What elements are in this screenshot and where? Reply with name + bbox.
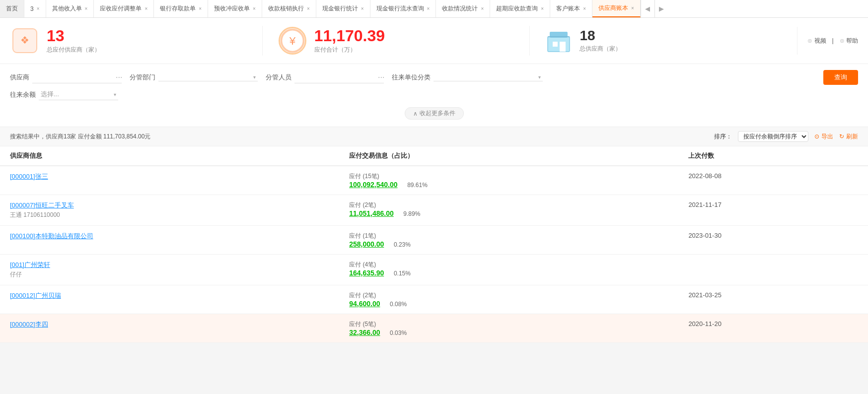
nav-tab-other-income[interactable]: 其他收入单 × xyxy=(46,0,94,17)
results-bar: 搜索结果中，供应商13家 应付金额 111,703,854.00元 排序： 按应… xyxy=(0,127,868,146)
unit-class-select[interactable]: ▾ xyxy=(434,73,543,81)
supplier-info-6: [000002]李四 xyxy=(10,320,349,330)
tx-percent-5: 0.08% xyxy=(390,301,407,308)
help-link[interactable]: ⊙ 帮助 xyxy=(840,37,858,45)
table-row: [000002]李四 应付 (5笔) 32,366.00 0.03% 2020-… xyxy=(0,314,868,343)
col-header-transaction: 应付交易信息（占比） xyxy=(349,151,688,160)
tx-amount-1[interactable]: 100,092,540.00 xyxy=(349,181,397,189)
transaction-info-6: 应付 (5笔) 32,366.00 0.03% xyxy=(349,320,688,336)
close-tab-customer-account-icon[interactable]: × xyxy=(583,6,586,11)
tx-amount-6[interactable]: 32,366.00 xyxy=(349,328,380,336)
supplier-link-3[interactable]: [000100]本特勤油品有限公司 xyxy=(10,232,349,241)
tx-label-6: 应付 (5笔) xyxy=(349,321,376,328)
transaction-info-4: 应付 (4笔) 164,635.90 0.15% xyxy=(349,261,688,277)
balance-select[interactable]: 选择... ▾ xyxy=(39,89,118,100)
ap-suppliers-label: 总应付供应商（家） xyxy=(47,46,100,54)
nav-tab-3[interactable]: 3 × xyxy=(24,0,46,17)
close-tab-cash-bank-stat-icon[interactable]: × xyxy=(361,6,364,11)
summary-card-ap-suppliers: ❖ 13 总应付供应商（家） xyxy=(10,26,263,56)
transaction-info-1: 应付 (15笔) 100,092,540.00 89.61% xyxy=(349,172,688,189)
supplier-info-4: [001]广州荣轩 仔仔 xyxy=(10,261,349,279)
close-tab-other-income-icon[interactable]: × xyxy=(85,6,88,11)
refresh-button[interactable]: ↻ 刷新 xyxy=(839,132,858,141)
supplier-link-5[interactable]: [000012]广州贝瑞 xyxy=(10,291,349,300)
tx-amount-3[interactable]: 258,000.00 xyxy=(349,240,384,248)
filter-unit-class: 往来单位分类 ▾ xyxy=(392,73,543,82)
unit-class-dropdown-icon: ▾ xyxy=(538,74,541,80)
svg-rect-7 xyxy=(560,42,566,52)
supplier-link-2[interactable]: [000007]恒旺二手叉车 xyxy=(10,201,349,210)
table-row: [001]广州荣轩 仔仔 应付 (4笔) 164,635.90 0.15% xyxy=(0,255,868,285)
person-label: 分管人员 xyxy=(266,73,291,82)
tx-label-3: 应付 (1笔) xyxy=(349,232,376,239)
tx-amount-4[interactable]: 164,635.90 xyxy=(349,269,384,277)
supplier-dots-icon[interactable]: ··· xyxy=(116,73,122,82)
nav-tab-ap-adjust[interactable]: 应收应付调整单 × xyxy=(94,0,154,17)
search-button[interactable]: 查询 xyxy=(823,70,858,85)
sort-select[interactable]: 按应付余额倒序排序 xyxy=(738,131,808,142)
person-input[interactable] xyxy=(296,73,376,81)
tx-percent-2: 9.89% xyxy=(403,210,420,217)
tx-percent-6: 0.03% xyxy=(390,329,407,336)
link-divider: | xyxy=(832,37,834,44)
dept-dropdown-icon: ▾ xyxy=(253,74,256,80)
nav-tab-home[interactable]: 首页 xyxy=(0,0,24,17)
nav-tab-bank-deposit[interactable]: 银行存取款单 × xyxy=(154,0,208,17)
nav-tab-overdue-collection[interactable]: 超期应收款查询 × xyxy=(490,0,550,17)
export-button[interactable]: ⊙ 导出 xyxy=(814,132,833,141)
last-payment-6: 2020-11-20 xyxy=(688,320,858,328)
tx-percent-3: 0.23% xyxy=(394,241,411,248)
close-tab-bank-deposit-icon[interactable]: × xyxy=(199,6,202,11)
transaction-info-5: 应付 (2笔) 94,600.00 0.08% xyxy=(349,291,688,308)
tx-amount-2[interactable]: 11,051,486.00 xyxy=(349,209,394,217)
table-row: [000100]本特勤油品有限公司 应付 (1笔) 258,000.00 0.2… xyxy=(0,226,868,255)
store-icon xyxy=(545,27,573,55)
supplier-info-2: [000007]恒旺二手叉车 王通 17106110000 xyxy=(10,201,349,219)
close-tab-supplier-account-icon[interactable]: × xyxy=(631,5,634,11)
supplier-sub-4: 仔仔 xyxy=(10,270,349,279)
dept-label: 分管部门 xyxy=(130,73,155,82)
video-link[interactable]: ⊙ 视频 xyxy=(807,37,826,45)
nav-tab-advance-collection[interactable]: 预收冲应收单 × xyxy=(208,0,262,17)
nav-tab-customer-account[interactable]: 客户账本 × xyxy=(550,0,592,17)
results-actions: 排序： 按应付余额倒序排序 ⊙ 导出 ↻ 刷新 xyxy=(714,131,858,142)
nav-arrow-right[interactable]: ▶ xyxy=(654,0,668,18)
filter-row-2: 往来余额 选择... ▾ xyxy=(10,89,858,100)
close-tab-ap-adjust-icon[interactable]: × xyxy=(145,6,147,11)
collapse-button[interactable]: ∧ 收起更多条件 xyxy=(405,107,464,120)
summary-text-ap-amount: 11,170.39 应付合计（万） xyxy=(314,28,385,54)
total-suppliers-label: 总供应商（家） xyxy=(579,45,621,53)
supplier-info-5: [000012]广州贝瑞 xyxy=(10,291,349,301)
svg-rect-6 xyxy=(553,42,558,47)
video-icon: ⊙ xyxy=(807,37,812,44)
close-tab-advance-collection-icon[interactable]: × xyxy=(253,6,256,11)
close-tab-3-icon[interactable]: × xyxy=(37,6,40,11)
help-icon: ⊙ xyxy=(840,37,845,44)
summary-text-ap-suppliers: 13 总应付供应商（家） xyxy=(47,28,100,54)
tx-amount-5[interactable]: 94,600.00 xyxy=(349,300,380,308)
nav-tab-collection-stat[interactable]: 收款情况统计 × xyxy=(436,0,490,17)
nav-tab-collection-review[interactable]: 收款核销执行 × xyxy=(262,0,316,17)
supplier-link-4[interactable]: [001]广州荣轩 xyxy=(10,261,349,269)
filter-row-1: 供应商 ··· 分管部门 ▾ 分管人员 ··· 往来单位分类 xyxy=(10,70,858,85)
filter-area: 供应商 ··· 分管部门 ▾ 分管人员 ··· 往来单位分类 xyxy=(0,64,868,127)
top-navigation: 首页 3 × 其他收入单 × 应收应付调整单 × 银行存取款单 × 预收冲应收单… xyxy=(0,0,868,18)
close-tab-collection-stat-icon[interactable]: × xyxy=(481,6,484,11)
ap-suppliers-icon: ❖ xyxy=(10,26,40,56)
tx-label-2: 应付 (2笔) xyxy=(349,201,376,208)
table-row: [000007]恒旺二手叉车 王通 17106110000 应付 (2笔) 11… xyxy=(0,195,868,226)
supplier-link-1[interactable]: [000001]张三 xyxy=(10,172,349,181)
dept-select[interactable]: ▾ xyxy=(158,73,258,81)
close-tab-collection-review-icon[interactable]: × xyxy=(307,6,310,11)
person-dots-icon[interactable]: ··· xyxy=(378,73,384,82)
close-tab-overdue-collection-icon[interactable]: × xyxy=(541,6,544,11)
close-tab-cash-bank-flow-icon[interactable]: × xyxy=(427,6,430,11)
supplier-link-6[interactable]: [000002]李四 xyxy=(10,320,349,329)
supplier-input[interactable] xyxy=(34,73,114,81)
tx-label-1: 应付 (15笔) xyxy=(349,173,379,180)
nav-tab-supplier-account[interactable]: 供应商账本 × xyxy=(592,0,641,17)
nav-tab-cash-bank-flow[interactable]: 现金银行流水查询 × xyxy=(370,0,436,17)
nav-tab-cash-bank-stat[interactable]: 现金银行统计 × xyxy=(316,0,370,17)
nav-arrow-left[interactable]: ◀ xyxy=(641,0,654,18)
filter-balance: 往来余额 选择... ▾ xyxy=(10,89,118,100)
